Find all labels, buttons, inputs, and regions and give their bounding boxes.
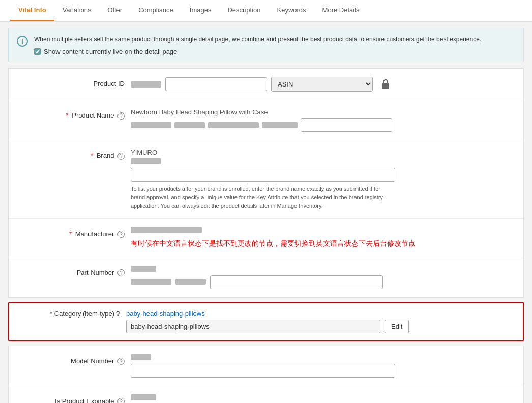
product-id-row: Product ID ASIN UPC EAN ISBN: [9, 69, 523, 100]
category-label: * Category (item-type) ?: [14, 310, 126, 318]
expirable-row: Is Product Expirable ? Yes No: [9, 386, 523, 403]
product-name-input-col: Newborn Baby Head Shaping Pillow with Ca…: [131, 108, 513, 132]
show-content-label: Show content currently live on the detai…: [44, 48, 177, 55]
category-help-icon[interactable]: ?: [116, 310, 120, 318]
form-section-bottom: Model Number ? Is Product Expirable ? Ye…: [8, 346, 524, 403]
tab-more-details[interactable]: More Details: [314, 0, 368, 21]
manufacturer-input-col: 有时候在中文语言状态下是找不到更改的节点，需要切换到英文语言状态下去后台修改节点: [131, 227, 513, 249]
tab-images[interactable]: Images: [182, 0, 220, 21]
part-number-label: Part Number ?: [19, 266, 131, 277]
expirable-help-icon[interactable]: ?: [117, 398, 125, 403]
category-input-col: baby-head-shaping-pillows Edit: [126, 310, 518, 333]
model-number-input-col: [131, 354, 513, 378]
manufacturer-blur1: [131, 227, 202, 233]
tab-bar: Vital Info Variations Offer Compliance I…: [0, 0, 532, 22]
tab-vital-info[interactable]: Vital Info: [10, 0, 54, 21]
category-display-value: baby-head-shaping-pillows: [126, 310, 518, 318]
info-icon: i: [17, 36, 28, 47]
lock-icon: [381, 78, 391, 91]
product-name-row: * Product Name ? Newborn Baby Head Shapi…: [9, 100, 523, 140]
category-value-row: Edit: [126, 320, 518, 333]
brand-value: YIMURO: [131, 149, 513, 156]
tab-variations[interactable]: Variations: [54, 0, 100, 21]
expirable-input-col: Yes No: [131, 394, 513, 403]
info-banner-text: When multiple sellers sell the same prod…: [34, 35, 481, 44]
show-content-checkbox[interactable]: [34, 48, 41, 55]
brand-blur1: [131, 158, 161, 164]
part-number-help-icon[interactable]: ?: [117, 269, 125, 276]
category-box: * Category (item-type) ? baby-head-shapi…: [8, 302, 524, 341]
product-name-help-icon[interactable]: ?: [117, 112, 125, 120]
tab-offer[interactable]: Offer: [100, 0, 131, 21]
category-edit-button[interactable]: Edit: [385, 320, 409, 333]
manufacturer-help-icon[interactable]: ?: [117, 231, 125, 238]
model-number-blur1: [131, 354, 151, 360]
product-id-label: Product ID: [19, 77, 131, 88]
brand-label: * Brand ?: [19, 149, 131, 160]
product-id-inputs: ASIN UPC EAN ISBN: [131, 77, 513, 92]
model-number-help-icon[interactable]: ?: [117, 358, 125, 365]
category-input[interactable]: [126, 320, 380, 333]
info-banner: i When multiple sellers sell the same pr…: [8, 28, 524, 62]
asin-select[interactable]: ASIN UPC EAN ISBN: [271, 77, 373, 92]
product-id-blurred: [131, 81, 161, 88]
manufacturer-row: * Manufacturer ? 有时候在中文语言状态下是找不到更改的节点，需要…: [9, 219, 523, 257]
model-number-row: Model Number ?: [9, 346, 523, 386]
tab-description[interactable]: Description: [219, 0, 269, 21]
product-id-input[interactable]: [165, 77, 267, 91]
chinese-annotation: 有时候在中文语言状态下是找不到更改的节点，需要切换到英文语言状态下去后台修改节点: [131, 238, 426, 249]
model-number-label: Model Number ?: [19, 354, 131, 365]
brand-hint: To list your products after your brand i…: [131, 185, 395, 210]
part-number-blur1: [131, 266, 156, 272]
product-name-value: Newborn Baby Head Shaping Pillow with Ca…: [131, 108, 513, 116]
svg-rect-0: [382, 83, 389, 89]
tab-compliance[interactable]: Compliance: [130, 0, 182, 21]
form-section: Product ID ASIN UPC EAN ISBN: [8, 68, 524, 298]
product-name-blur2: [174, 122, 205, 128]
expirable-label: Is Product Expirable ?: [19, 394, 131, 403]
expirable-blur1: [131, 394, 156, 400]
product-name-blur3: [208, 122, 259, 128]
product-name-input[interactable]: [301, 118, 392, 132]
product-name-label: * Product Name ?: [19, 108, 131, 120]
product-name-blurred-row: [131, 118, 513, 132]
part-number-row: Part Number ?: [9, 257, 523, 297]
tab-keywords[interactable]: Keywords: [269, 0, 314, 21]
manufacturer-label: * Manufacturer ?: [19, 227, 131, 238]
brand-help-icon[interactable]: ?: [117, 153, 125, 160]
product-name-blur1: [131, 122, 171, 128]
part-number-blur2: [131, 279, 171, 285]
part-number-input-col: [131, 266, 513, 289]
part-number-blur3: [175, 279, 206, 285]
brand-row: * Brand ? YIMURO To list your products a…: [9, 140, 523, 219]
brand-input-col: YIMURO To list your products after your …: [131, 149, 513, 210]
product-name-blur4: [262, 122, 298, 128]
brand-input[interactable]: [131, 168, 395, 182]
part-number-input[interactable]: [210, 275, 383, 289]
model-number-input[interactable]: [131, 364, 395, 378]
